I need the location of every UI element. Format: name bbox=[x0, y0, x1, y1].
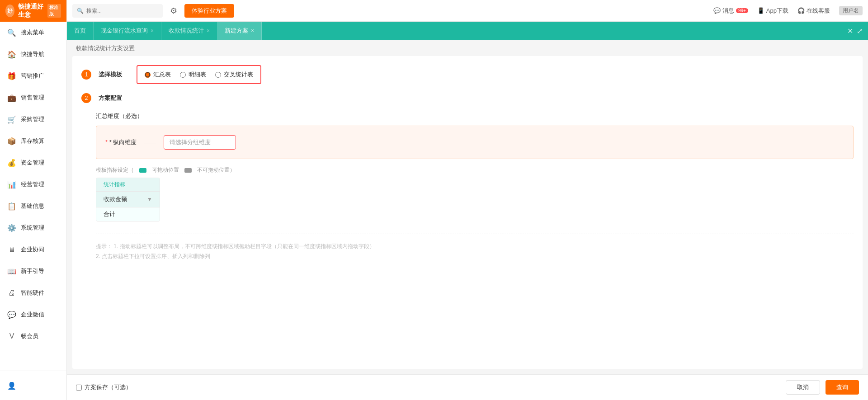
required-star: * bbox=[105, 139, 108, 146]
metrics-section: 模板指标设定（ 可拖动位置 不可拖动位置） 统计指标 bbox=[96, 166, 854, 223]
tab-close-collection-stats[interactable]: × bbox=[207, 28, 210, 34]
sidebar-item-purchase[interactable]: 🛒采购管理 bbox=[0, 108, 66, 130]
step2-row: 2 方案配置 bbox=[81, 93, 854, 103]
basic-info-icon: 📋 bbox=[7, 202, 16, 211]
trial-button[interactable]: 体验行业方案 bbox=[184, 4, 234, 18]
step1-row: 1 选择模板 汇总表 明细表 交叉统计表 bbox=[81, 65, 854, 84]
sidebar-item-quick-nav[interactable]: 🏠快捷导航 bbox=[0, 43, 66, 65]
step2-label: 方案配置 bbox=[99, 94, 122, 102]
search-input[interactable] bbox=[86, 8, 150, 14]
sidebar-item-wechat[interactable]: 💬企业微信 bbox=[0, 304, 66, 325]
app-download-btn[interactable]: 📱 App下载 bbox=[757, 7, 788, 15]
tab-close-new-plan[interactable]: × bbox=[251, 28, 254, 34]
user-avatar[interactable]: 用户名 bbox=[839, 6, 863, 15]
radio-summary-input[interactable] bbox=[145, 72, 151, 78]
topbar: 🔍 ⚙ 体验行业方案 💬 消息 99+ 📱 App下载 🎧 在线客服 用户名 bbox=[67, 0, 868, 22]
cancel-button[interactable]: 取消 bbox=[786, 380, 820, 395]
customer-service-btn[interactable]: 🎧 在线客服 bbox=[797, 7, 830, 15]
radio-detail-input[interactable] bbox=[180, 72, 186, 78]
sidebar-item-sales[interactable]: 💼销售管理 bbox=[0, 87, 66, 108]
sidebar-label-search: 搜索菜单 bbox=[21, 28, 44, 37]
stat-table-amount-cell[interactable]: 收款金额 ▼ bbox=[96, 192, 160, 207]
sidebar-item-finance[interactable]: 💰资金管理 bbox=[0, 152, 66, 174]
radio-detail[interactable]: 明细表 bbox=[180, 71, 206, 79]
radio-cross[interactable]: 交叉统计表 bbox=[215, 71, 253, 79]
dimension-select[interactable]: 请选择分组维度 bbox=[164, 135, 236, 150]
page-footer: 方案保存（可选） 取消 查询 bbox=[67, 374, 868, 400]
gear-icon[interactable]: ⚙ bbox=[166, 4, 181, 18]
sidebar-item-marketing[interactable]: 🎁营销推广 bbox=[0, 65, 66, 87]
radio-summary-label: 汇总表 bbox=[153, 71, 171, 79]
sidebar-item-guide[interactable]: 📖新手引导 bbox=[0, 260, 66, 282]
radio-cross-input[interactable] bbox=[215, 72, 221, 78]
save-label: 方案保存（可选） bbox=[85, 383, 132, 391]
purchase-icon: 🛒 bbox=[7, 115, 16, 124]
sidebar-item-system[interactable]: ⚙️系统管理 bbox=[0, 217, 66, 239]
sidebar-label-system: 系统管理 bbox=[21, 224, 44, 232]
tip-item-2: 2. 点击标题栏下拉可设置排序、插入列和删除列 bbox=[96, 251, 854, 261]
step1-label: 选择模板 bbox=[99, 71, 122, 79]
step2-badge: 2 bbox=[81, 93, 91, 103]
sidebar-label-guide: 新手引导 bbox=[21, 267, 44, 275]
sidebar-item-search[interactable]: 🔍搜索菜单 bbox=[0, 22, 66, 43]
sidebar-label-member: 畅会员 bbox=[21, 332, 38, 340]
user-icon: 👤 bbox=[7, 381, 16, 390]
sidebar-label-sales: 销售管理 bbox=[21, 94, 44, 102]
tab-home[interactable]: 首页 bbox=[67, 22, 94, 40]
save-checkbox-label[interactable]: 方案保存（可选） bbox=[76, 383, 132, 391]
maximize-icon[interactable]: ⤢ bbox=[857, 27, 863, 35]
sidebar-item-inventory[interactable]: 📦库存核算 bbox=[0, 130, 66, 152]
breadcrumb: 收款情况统计方案设置 bbox=[67, 40, 868, 56]
stat-table-header: 统计指标 bbox=[96, 178, 160, 192]
dimension-section-header: 汇总维度（必选） bbox=[96, 112, 854, 120]
topbar-right: 💬 消息 99+ 📱 App下载 🎧 在线客服 用户名 bbox=[713, 6, 863, 15]
sidebar-label-quick-nav: 快捷导航 bbox=[21, 50, 44, 58]
tab-label-home: 首页 bbox=[74, 27, 86, 35]
sidebar-label-finance: 资金管理 bbox=[21, 159, 44, 167]
quick-nav-icon: 🏠 bbox=[7, 50, 16, 59]
save-checkbox[interactable] bbox=[76, 385, 82, 391]
query-button[interactable]: 查询 bbox=[826, 380, 859, 395]
wechat-icon: 💬 bbox=[7, 310, 16, 319]
dimension-title: 汇总维度（必选） bbox=[96, 112, 143, 120]
system-icon: ⚙️ bbox=[7, 223, 16, 232]
tab-bank-flow[interactable]: 现金银行流水查询× bbox=[94, 22, 161, 40]
dimension-area: * * 纵向维度 —— 请选择分组维度 bbox=[96, 126, 854, 159]
sidebar-label-inventory: 库存核算 bbox=[21, 137, 44, 145]
logo-text: 畅捷通好生意 bbox=[18, 3, 46, 19]
non-draggable-indicator bbox=[184, 168, 192, 173]
tab-collection-stats[interactable]: 收款情况统计× bbox=[161, 22, 217, 40]
guide-icon: 📖 bbox=[7, 267, 16, 276]
tab-bar-actions: ✕ ⤢ bbox=[847, 27, 868, 35]
radio-cross-label: 交叉统计表 bbox=[224, 71, 253, 79]
sidebar-item-bottom1[interactable]: 👤 bbox=[0, 375, 66, 396]
sidebar-item-enterprise-collab[interactable]: 🖥企业协同 bbox=[0, 239, 66, 260]
sidebar-item-member[interactable]: V畅会员 bbox=[0, 325, 66, 347]
tab-label-collection-stats: 收款情况统计 bbox=[169, 27, 204, 35]
tab-new-plan[interactable]: 新建方案× bbox=[217, 22, 262, 40]
tab-close-bank-flow[interactable]: × bbox=[151, 28, 154, 34]
tab-label-new-plan: 新建方案 bbox=[225, 27, 248, 35]
message-btn[interactable]: 💬 消息 99+ bbox=[713, 7, 748, 15]
inventory-icon: 📦 bbox=[7, 136, 16, 146]
tip-item-1: 提示： 1. 拖动标题栏可以调整布局，不可跨维度或指标区域拖动栏目字段（只能在同… bbox=[96, 241, 854, 251]
sidebar-label-marketing: 营销推广 bbox=[21, 72, 44, 80]
sidebar-item-operations[interactable]: 📊经营管理 bbox=[0, 174, 66, 195]
message-label: 消息 bbox=[722, 7, 734, 15]
tab-label-bank-flow: 现金银行流水查询 bbox=[101, 27, 148, 35]
sidebar-item-smart-hardware[interactable]: 🖨智能硬件 bbox=[0, 282, 66, 304]
member-icon: V bbox=[7, 332, 16, 341]
dimension-row: * * 纵向维度 —— 请选择分组维度 bbox=[105, 135, 844, 150]
sidebar-bottom: 👤 bbox=[0, 371, 66, 400]
sales-icon: 💼 bbox=[7, 93, 16, 102]
marketing-icon: 🎁 bbox=[7, 71, 16, 80]
dropdown-icon: ▼ bbox=[147, 196, 152, 202]
radio-summary[interactable]: 汇总表 bbox=[145, 71, 171, 79]
sidebar-item-basic-info[interactable]: 📋基础信息 bbox=[0, 195, 66, 217]
close-window-icon[interactable]: ✕ bbox=[847, 27, 853, 35]
version-badge: 标准版 bbox=[47, 4, 61, 18]
statistics-table: 统计指标 收款金额 ▼ 合计 bbox=[96, 178, 160, 221]
sidebar-label-purchase: 采购管理 bbox=[21, 115, 44, 123]
topbar-search-box[interactable]: 🔍 bbox=[72, 4, 163, 18]
app-label: App下载 bbox=[766, 7, 788, 15]
